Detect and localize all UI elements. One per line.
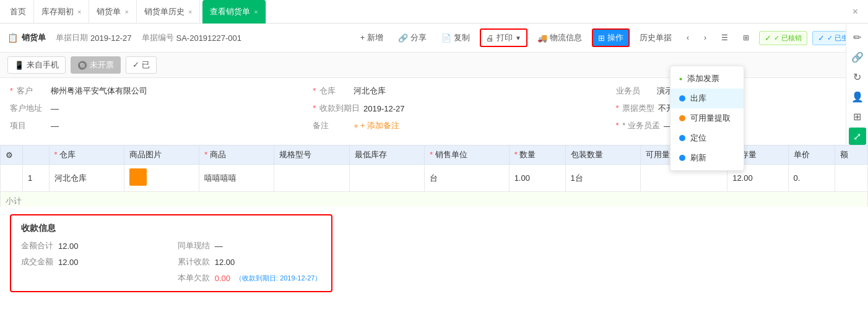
same-order-settle-item: 同单现结 —: [178, 240, 322, 251]
row-unit-price: 0.: [788, 165, 835, 192]
due-date-label: * 收款到期日: [313, 103, 360, 114]
operate-button[interactable]: ⊞ 操作: [592, 28, 630, 47]
close-tab-sales-history[interactable]: ×: [188, 8, 192, 15]
share-icon: 🔗: [398, 33, 408, 43]
row-seq: 1: [23, 165, 50, 192]
address-label: 客户地址: [10, 103, 47, 114]
doc-meta: 单据日期 2019-12-27 单据编号 SA-20191227-001: [56, 32, 241, 43]
panel-table-icon[interactable]: ⊞: [849, 108, 866, 125]
dropdown-outbound[interactable]: 出库: [671, 89, 744, 108]
current-arrears-label: 本单欠款: [178, 272, 210, 284]
available-qty-icon: [679, 115, 685, 121]
prev-button[interactable]: ‹: [682, 31, 694, 45]
panel-user-icon[interactable]: 👤: [849, 88, 866, 105]
warehouse-field: * 仓库 河北仓库: [313, 85, 615, 97]
dropdown-locate[interactable]: 定位: [671, 128, 744, 148]
copy-button[interactable]: 📄 复制: [436, 30, 475, 46]
print-button[interactable]: 🖨 打印 ▼: [480, 28, 527, 47]
note-field: 备注 + + 添加备注: [313, 120, 615, 131]
date-label: 单据日期 2019-12-27: [56, 32, 132, 43]
tab-home[interactable]: 首页: [5, 0, 34, 24]
tab-view-sales[interactable]: 查看销货单 ×: [202, 0, 266, 24]
tab-sales-order[interactable]: 销货单 ×: [89, 0, 136, 24]
dropdown-available-qty[interactable]: 可用量提取: [671, 108, 744, 128]
transaction-amount-label: 成交金额: [21, 256, 53, 267]
row-settings: [1, 165, 23, 192]
current-arrears-item: 本单欠款 0.00 （收款到期日: 2019-12-27）: [178, 272, 322, 284]
ticket-icon: 🔘: [77, 61, 87, 70]
plus-icon: +: [354, 121, 358, 131]
same-order-settle-value: —: [215, 241, 223, 251]
panel-expand-icon[interactable]: ⤢: [849, 128, 866, 145]
new-button[interactable]: + 新增: [355, 30, 388, 46]
logistics-icon: 🚚: [537, 33, 547, 43]
due-note: （收款到期日: 2019-12-27）: [235, 274, 321, 283]
row-min-stock: [349, 165, 424, 192]
number-label: 单据编号 SA-20191227-001: [142, 32, 242, 43]
next-button[interactable]: ›: [699, 31, 711, 45]
row-quantity: 1.00: [509, 165, 565, 192]
close-tab-view-sales[interactable]: ×: [254, 8, 258, 15]
copy-icon: 📄: [441, 33, 451, 43]
customer-value: 柳州粤港平安气体有限公司: [51, 85, 147, 97]
warehouse-label: * 仓库: [313, 85, 350, 97]
not-open-button[interactable]: 🔘 未开票: [71, 56, 121, 74]
add-invoice-icon: ▪: [679, 74, 682, 84]
row-img: [124, 165, 199, 192]
close-tab-inventory-init[interactable]: ×: [77, 8, 81, 15]
tab-bar: 首页 库存期初 × 销货单 × 销货单历史 × 查看销货单 × ×: [0, 0, 868, 24]
history-button[interactable]: 历史单据: [635, 30, 677, 46]
col-sales-unit: * 销售单位: [425, 145, 510, 165]
window-close-button[interactable]: ×: [848, 6, 863, 17]
row-product: 嘻嘻嘻嘻: [199, 165, 274, 192]
payment-info-box: 收款信息 金额合计 12.00 同单现结 — 成交金额 12.00 累计收款 1…: [10, 214, 332, 292]
col-img: 商品图片: [124, 145, 199, 165]
panel-refresh-icon[interactable]: ↻: [849, 68, 866, 85]
tab-inventory-init[interactable]: 库存期初 ×: [34, 0, 89, 24]
col-product: * 商品: [199, 145, 274, 165]
from-phone-button[interactable]: 📱 来自手机: [7, 56, 66, 74]
cumulative-receipts-label: 累计收款: [178, 256, 210, 267]
product-image: [129, 168, 147, 186]
logistics-button[interactable]: 🚚 物流信息: [532, 30, 587, 46]
operator-label: * * 业务员孟: [616, 120, 660, 131]
payment-grid: 金额合计 12.00 同单现结 — 成交金额 12.00 累计收款 12.00 …: [21, 240, 321, 284]
panel-edit-icon[interactable]: ✏: [849, 28, 866, 46]
panel-link-icon[interactable]: 🔗: [849, 48, 866, 66]
check-icon: ✓: [765, 33, 771, 43]
doc-icon: 📋: [7, 33, 18, 43]
grid-view-button[interactable]: ⊞: [738, 31, 754, 45]
col-quantity: * 数量: [509, 145, 565, 165]
total-amount-item: 金额合计 12.00: [21, 240, 165, 251]
current-arrears-value: 0.00: [215, 274, 230, 283]
col-seq: [23, 145, 50, 165]
check-icon2: ✓: [818, 33, 825, 43]
refresh-icon: [679, 155, 685, 161]
add-note-button[interactable]: + + 添加备注: [354, 120, 399, 131]
bottom-section: 收款信息 金额合计 12.00 同单现结 — 成交金额 12.00 累计收款 1…: [0, 207, 868, 300]
dropdown-refresh[interactable]: 刷新: [671, 148, 744, 168]
list-view-button[interactable]: ☰: [716, 31, 733, 45]
outbound-icon: [679, 95, 685, 102]
due-date-field: * 收款到期日 2019-12-27: [313, 103, 615, 114]
total-amount-value: 12.00: [58, 241, 79, 251]
due-date-value: 2019-12-27: [363, 104, 405, 113]
project-value: —: [51, 121, 59, 131]
same-order-settle-label: 同单现结: [178, 240, 210, 251]
col-package-qty: 包装数量: [565, 145, 640, 165]
tab-sales-history[interactable]: 销货单历史 ×: [137, 0, 200, 24]
row-warehouse: 河北仓库: [49, 165, 124, 192]
row-amount: [835, 165, 868, 192]
dropdown-add-invoice[interactable]: ▪ 添加发票: [671, 69, 744, 89]
subtotal-label: 小计: [1, 192, 868, 207]
close-tab-sales-order[interactable]: ×: [124, 8, 128, 15]
payment-title: 收款信息: [21, 223, 321, 234]
share-button[interactable]: 🔗 分享: [393, 30, 432, 46]
document-header: 📋 销货单 单据日期 2019-12-27 单据编号 SA-20191227-0…: [0, 24, 868, 53]
print-dropdown-icon: ▼: [515, 35, 521, 41]
operate-icon: ⊞: [598, 33, 605, 43]
operate-dropdown: ▪ 添加发票 出库 可用量提取 定位 刷新: [670, 66, 744, 171]
confirm-button[interactable]: ✓ 已: [126, 56, 157, 74]
transaction-amount-value: 12.00: [58, 258, 79, 267]
salesperson-label: 业务员: [616, 85, 653, 97]
